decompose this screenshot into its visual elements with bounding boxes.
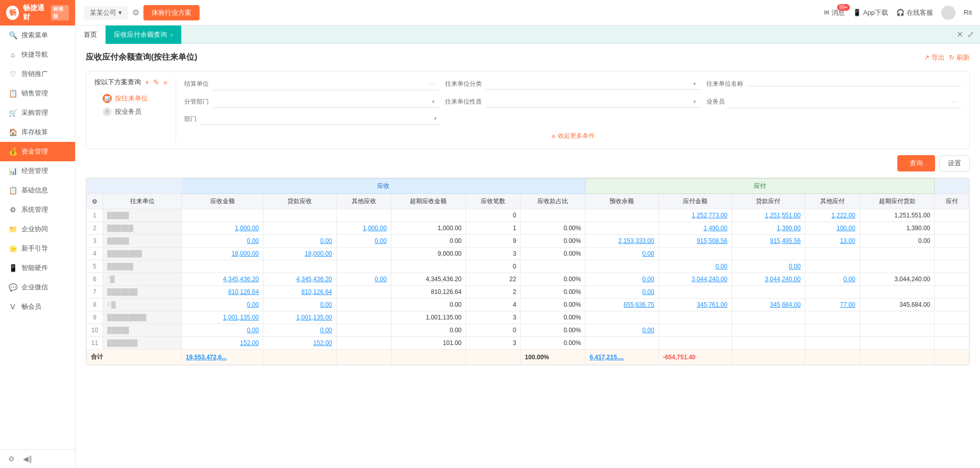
cell-link[interactable]: 810,126.64 bbox=[228, 288, 259, 295]
cell-link[interactable]: 1,000.00 bbox=[363, 225, 387, 232]
row-cell[interactable] bbox=[732, 248, 805, 260]
row-cell[interactable]: 0.00 bbox=[182, 235, 263, 248]
cell-link[interactable]: 18,000.00 bbox=[232, 250, 259, 257]
cell-link[interactable]: 18,000.00 bbox=[305, 250, 332, 257]
tab-home[interactable]: 首页 bbox=[76, 26, 106, 44]
collapse-bar[interactable]: ∧ 收起更多条件 bbox=[184, 130, 961, 142]
cell-link[interactable]: 1,001,135.00 bbox=[223, 314, 259, 321]
cell-link[interactable]: 0.00 bbox=[247, 237, 259, 244]
footer-ar-amount-link[interactable]: 19,553,472,6... bbox=[186, 354, 227, 361]
close-window-icon[interactable]: ✕ bbox=[957, 30, 963, 39]
row-cell[interactable]: 1,252,773.00 bbox=[658, 209, 731, 222]
row-cell[interactable]: 0.00 bbox=[585, 248, 658, 260]
row-cell[interactable]: 0.00 bbox=[263, 324, 336, 337]
row-cell[interactable] bbox=[732, 286, 805, 299]
unit-nature-input[interactable]: ▾ bbox=[486, 96, 700, 108]
row-cell[interactable] bbox=[805, 260, 860, 273]
row-cell[interactable] bbox=[336, 248, 391, 260]
company-selector[interactable]: 某某公司 ▾ bbox=[84, 6, 128, 19]
refresh-button[interactable]: ↻ 刷新 bbox=[949, 53, 970, 62]
row-cell[interactable]: 1,000.00 bbox=[182, 222, 263, 235]
row-cell[interactable] bbox=[805, 324, 860, 337]
sidebar-item-search-menu[interactable]: 🔍 搜索菜单 bbox=[0, 26, 75, 45]
sidebar-item-sales[interactable]: 📋 销售管理 bbox=[0, 84, 75, 103]
sidebar-item-guide[interactable]: 🌟 新手引导 bbox=[0, 239, 75, 258]
tab-ar-ap[interactable]: 应收应付余额查询 × bbox=[106, 26, 182, 44]
cell-link[interactable]: 1,000.00 bbox=[235, 225, 259, 232]
salesperson-input[interactable]: ··· bbox=[729, 95, 961, 108]
sidebar-item-operation[interactable]: 📊 经营管理 bbox=[0, 161, 75, 181]
cell-link[interactable]: 0.00 bbox=[843, 276, 855, 283]
row-cell[interactable]: 0.00 bbox=[585, 273, 658, 286]
row-cell[interactable] bbox=[805, 337, 860, 350]
cell-link[interactable]: 1,222.00 bbox=[831, 212, 855, 219]
row-cell[interactable] bbox=[658, 286, 731, 299]
cell-link[interactable]: 0.00 bbox=[642, 276, 654, 283]
sidebar-item-warehouse[interactable]: 🏠 库存核算 bbox=[0, 122, 75, 142]
row-cell[interactable]: 810,126.64 bbox=[263, 286, 336, 299]
row-cell[interactable] bbox=[732, 337, 805, 350]
row-cell[interactable] bbox=[182, 209, 263, 222]
row-cell[interactable]: 0.00 bbox=[263, 235, 336, 248]
row-cell[interactable]: 1,490.00 bbox=[658, 222, 731, 235]
cell-link[interactable]: 0.00 bbox=[247, 327, 259, 334]
row-cell[interactable]: 4,345,436.20 bbox=[263, 273, 336, 286]
cell-link[interactable]: 0.00 bbox=[320, 301, 332, 308]
online-support[interactable]: 🎧 在线客服 bbox=[896, 8, 933, 17]
settings-bottom-icon[interactable]: ⚙ bbox=[8, 455, 15, 463]
row-cell[interactable] bbox=[805, 311, 860, 324]
row-cell[interactable]: 1,001,135.00 bbox=[182, 311, 263, 324]
row-cell[interactable]: 1,251,551.00 bbox=[732, 209, 805, 222]
footer-ar-prepay-link[interactable]: 6,417,215.... bbox=[590, 354, 624, 361]
row-cell[interactable] bbox=[336, 324, 391, 337]
row-cell[interactable] bbox=[658, 324, 731, 337]
row-cell[interactable]: 152.00 bbox=[182, 337, 263, 350]
sidebar-item-wechat[interactable]: 💬 企业微信 bbox=[0, 278, 75, 297]
row-cell[interactable] bbox=[585, 311, 658, 324]
row-cell[interactable] bbox=[336, 311, 391, 324]
cell-link[interactable]: 345,684.00 bbox=[770, 301, 801, 308]
row-cell[interactable] bbox=[336, 337, 391, 350]
row-cell[interactable] bbox=[585, 337, 658, 350]
add-scheme-icon[interactable]: + bbox=[145, 78, 149, 86]
row-cell[interactable]: 2,153,333.00 bbox=[585, 235, 658, 248]
cell-link[interactable]: 100.00 bbox=[837, 225, 855, 232]
cell-link[interactable]: 915,495.56 bbox=[770, 237, 801, 244]
row-cell[interactable]: 13.00 bbox=[805, 235, 860, 248]
row-cell[interactable]: 1,222.00 bbox=[805, 209, 860, 222]
row-cell[interactable] bbox=[263, 222, 336, 235]
row-cell[interactable] bbox=[263, 209, 336, 222]
row-cell[interactable] bbox=[658, 337, 731, 350]
cell-link[interactable]: 4,345,436.20 bbox=[296, 276, 332, 283]
fullscreen-icon[interactable]: ⤢ bbox=[967, 30, 974, 39]
sidebar-item-marketing[interactable]: ♡ 营销推广 bbox=[0, 64, 75, 84]
row-cell[interactable] bbox=[336, 286, 391, 299]
sidebar-item-enterprise[interactable]: 📁 企业协同 bbox=[0, 219, 75, 239]
collapse-scheme-icon[interactable]: « bbox=[163, 78, 167, 86]
cell-link[interactable]: 3,044,240.00 bbox=[692, 276, 727, 283]
header-gear-icon[interactable]: ⚙ bbox=[132, 8, 139, 17]
cell-link[interactable]: 0.00 bbox=[320, 327, 332, 334]
row-cell[interactable] bbox=[182, 260, 263, 273]
row-cell[interactable] bbox=[732, 311, 805, 324]
cell-link[interactable]: 0.00 bbox=[375, 237, 386, 244]
row-cell[interactable]: 77.00 bbox=[805, 299, 860, 311]
row-cell[interactable]: 0.00 bbox=[585, 324, 658, 337]
sidebar-item-quick-nav[interactable]: ⌂ 快捷导航 bbox=[0, 45, 75, 64]
export-button[interactable]: ↗ 导出 bbox=[924, 53, 945, 62]
cell-link[interactable]: 0.00 bbox=[320, 237, 332, 244]
scheme-by-salesperson[interactable]: ⏱ 按业务员 bbox=[99, 105, 169, 118]
setting-button[interactable]: 设置 bbox=[939, 155, 970, 171]
sidebar-item-purchase[interactable]: 🛒 采购管理 bbox=[0, 103, 75, 122]
row-cell[interactable]: 0.00 bbox=[732, 260, 805, 273]
row-cell[interactable] bbox=[263, 260, 336, 273]
cell-link[interactable]: 0.00 bbox=[642, 327, 654, 334]
row-cell[interactable]: 345,684.00 bbox=[732, 299, 805, 311]
settlement-input[interactable]: ··· bbox=[213, 78, 439, 90]
cell-link[interactable]: 152.00 bbox=[240, 339, 259, 347]
department-input[interactable]: ▾ bbox=[201, 113, 441, 125]
row-cell[interactable]: 3,044,240.00 bbox=[732, 273, 805, 286]
row-cell[interactable]: 100.00 bbox=[805, 222, 860, 235]
row-cell[interactable]: 1,000.00 bbox=[336, 222, 391, 235]
row-cell[interactable]: 0.00 bbox=[585, 286, 658, 299]
